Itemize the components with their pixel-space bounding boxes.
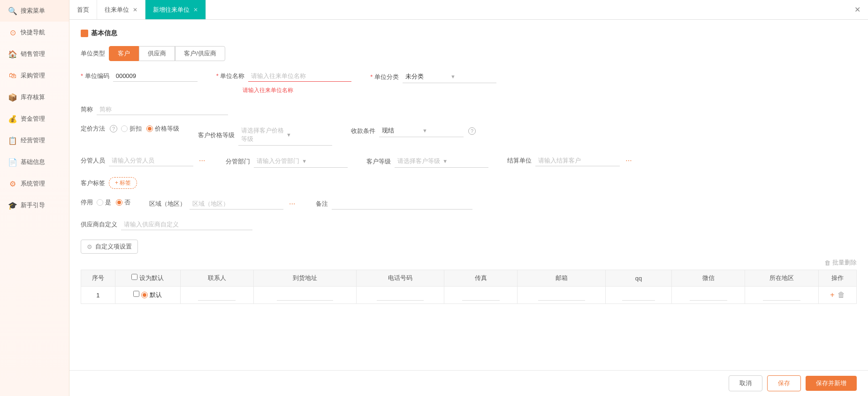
tab-new-contact[interactable]: 新增往来单位 ✕ — [145, 0, 206, 19]
sidebar-item-inventory[interactable]: 📦 库存核算 — [0, 86, 69, 108]
supplier-custom-input[interactable] — [121, 219, 252, 230]
batch-delete-button[interactable]: 🗑 批量删除 — [824, 258, 857, 267]
pricing-radio-level[interactable]: 价格等级 — [146, 124, 179, 133]
sidebar-item-search[interactable]: 🔍 搜索菜单 — [0, 0, 69, 22]
tab-home[interactable]: 首页 — [69, 0, 97, 19]
row-phone — [356, 287, 444, 304]
address-input[interactable] — [277, 289, 333, 301]
section-icon — [81, 30, 88, 37]
row-checkbox[interactable] — [133, 291, 139, 297]
region-label: 区域（地区） — [149, 200, 186, 208]
row-default-radio[interactable] — [141, 292, 148, 298]
operations-icon: 📋 — [8, 136, 17, 145]
radio-outer-yes — [97, 199, 103, 206]
location-input[interactable] — [763, 289, 800, 301]
contact-table: 序号 设为默认 联系人 到货地址 电话号码 传真 邮箱 qq 微信 所在地区 操… — [81, 270, 857, 304]
radio-outer-discount — [121, 125, 128, 132]
guide-icon: 🎓 — [8, 201, 17, 210]
add-row-button[interactable]: + — [830, 291, 834, 299]
payment-terms-select[interactable]: 现结 ▼ — [379, 124, 464, 137]
settlement-unit-label: 结算单位 — [507, 156, 532, 165]
settlement-more-icon[interactable]: ··· — [624, 156, 633, 165]
unit-btn-supplier[interactable]: 供应商 — [139, 46, 175, 61]
pricing-row: 定价方法 ? 折扣 价格等级 客户价格等级 — [81, 124, 857, 148]
table-toolbar: 🗑 批量删除 — [81, 258, 857, 267]
department-select[interactable]: 请输入分管部门 ▼ — [254, 155, 348, 168]
manager-input[interactable] — [109, 155, 193, 166]
manager-more-icon[interactable]: ··· — [197, 156, 207, 165]
radio-inner-level — [148, 127, 152, 131]
sidebar-item-system[interactable]: ⚙ 系统管理 — [0, 173, 69, 194]
sidebar: 🔍 搜索菜单 ⊙ 快捷导航 🏠 销售管理 🛍 采购管理 📦 库存核算 💰 资金管… — [0, 0, 69, 396]
radio-outer-no — [116, 199, 122, 206]
tab-bar: 首页 往来单位 ✕ 新增往来单位 ✕ ✕ — [69, 0, 868, 20]
tag-row: 客户标签 + 标签 — [81, 177, 857, 191]
row-location — [745, 287, 818, 304]
unit-code-group: 单位编码 — [81, 70, 198, 82]
customer-price-level-select[interactable]: 请选择客户价格等级 ▼ — [238, 124, 332, 146]
custom-settings-button[interactable]: ⚙ 自定义项设置 — [81, 240, 138, 254]
disabled-no[interactable]: 否 — [116, 198, 130, 207]
supplier-custom-row: 供应商自定义 — [81, 219, 857, 232]
tab-close-contacts[interactable]: ✕ — [133, 7, 137, 13]
row-email — [518, 287, 605, 304]
select-all-checkbox[interactable] — [131, 274, 137, 280]
unit-code-input[interactable] — [113, 70, 198, 82]
region-more-icon[interactable]: ··· — [287, 200, 297, 208]
main-area: 首页 往来单位 ✕ 新增往来单位 ✕ ✕ 基本信息 单位类型 客户 供应商 客户… — [69, 0, 868, 396]
tab-close-new-contact[interactable]: ✕ — [193, 7, 198, 13]
customer-level-select[interactable]: 请选择客户等级 ▼ — [395, 155, 488, 168]
radio-outer-level — [146, 125, 153, 132]
unit-btn-customer[interactable]: 客户 — [109, 46, 139, 61]
disabled-yes[interactable]: 是 — [97, 198, 111, 207]
sidebar-item-basic-info[interactable]: 📄 基础信息 — [0, 151, 69, 173]
close-all-button[interactable]: ✕ — [847, 5, 868, 14]
system-icon: ⚙ — [8, 179, 17, 188]
short-name-input[interactable] — [97, 104, 228, 115]
unit-type-row: 单位类型 客户 供应商 客户/供应商 — [81, 46, 857, 63]
phone-input[interactable] — [377, 289, 424, 301]
email-input[interactable] — [538, 289, 585, 301]
sidebar-item-operations[interactable]: 📋 经营管理 — [0, 130, 69, 151]
payment-terms-label: 收款条件 — [351, 127, 375, 135]
disabled-label: 停用 — [81, 198, 93, 207]
tab-contacts[interactable]: 往来单位 ✕ — [97, 0, 145, 19]
save-new-button[interactable]: 保存并新增 — [806, 376, 857, 391]
sidebar-item-quick-nav[interactable]: ⊙ 快捷导航 — [0, 22, 69, 43]
col-index: 序号 — [81, 270, 115, 287]
unit-btn-both[interactable]: 客户/供应商 — [175, 46, 225, 61]
unit-category-select[interactable]: 未分类 ▼ — [403, 70, 496, 83]
short-name-row: 简称 — [81, 104, 857, 117]
row-wechat — [671, 287, 745, 304]
delete-row-button[interactable]: 🗑 — [838, 291, 845, 299]
row-fax — [444, 287, 518, 304]
department-arrow-icon: ▼ — [302, 158, 345, 164]
unit-name-input[interactable] — [248, 70, 351, 82]
pricing-help-icon[interactable]: ? — [110, 125, 117, 132]
disabled-row: 停用 是 否 区域（地区） ··· — [81, 198, 857, 211]
qq-input[interactable] — [622, 289, 655, 301]
cancel-button[interactable]: 取消 — [729, 375, 762, 391]
supplier-custom-label: 供应商自定义 — [81, 220, 117, 229]
disabled-group: 停用 是 否 — [81, 198, 130, 207]
sidebar-item-finance[interactable]: 💰 资金管理 — [0, 108, 69, 130]
radio-inner-no — [117, 201, 121, 204]
remark-input[interactable] — [332, 198, 472, 210]
payment-terms-arrow-icon: ▼ — [422, 128, 461, 133]
region-input[interactable] — [190, 198, 283, 210]
sidebar-item-sales[interactable]: 🏠 销售管理 — [0, 43, 69, 65]
payment-terms-help-icon[interactable]: ? — [468, 127, 476, 135]
category-arrow-icon: ▼ — [450, 74, 494, 79]
fax-input[interactable] — [462, 289, 500, 301]
section-title-basic: 基本信息 — [81, 29, 857, 38]
wechat-input[interactable] — [690, 289, 727, 301]
contact-input[interactable] — [198, 289, 236, 301]
row-default-radio-inner — [143, 293, 146, 297]
settlement-unit-input[interactable] — [535, 155, 620, 166]
add-tag-button[interactable]: + 标签 — [109, 177, 137, 189]
sidebar-item-purchase[interactable]: 🛍 采购管理 — [0, 65, 69, 86]
save-button[interactable]: 保存 — [767, 375, 801, 391]
customer-tag-label: 客户标签 — [81, 179, 105, 187]
pricing-radio-discount[interactable]: 折扣 — [121, 124, 142, 133]
sidebar-item-guide[interactable]: 🎓 新手引导 — [0, 194, 69, 216]
